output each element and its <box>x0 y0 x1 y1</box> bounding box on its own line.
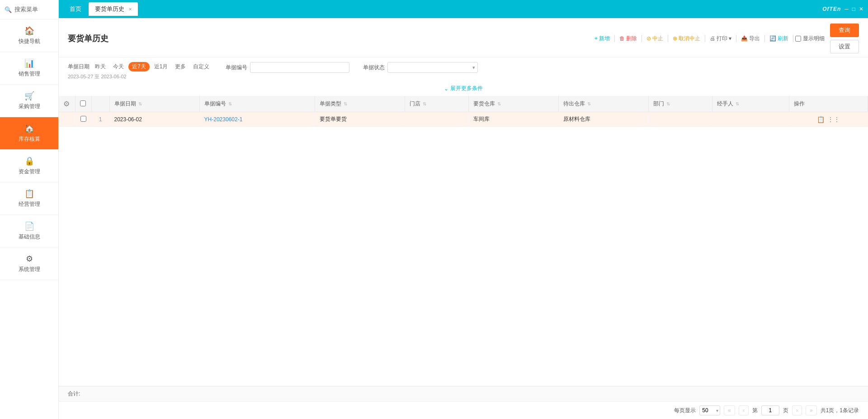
next-page-button[interactable]: › <box>792 405 802 415</box>
sort-icon-dept: ⇅ <box>666 101 670 106</box>
doc-no-label: 单据编号 <box>226 64 247 71</box>
col-req-warehouse[interactable]: 要货仓库 ⇅ <box>469 96 559 112</box>
date-shortcut-today[interactable]: 今天 <box>110 62 127 71</box>
select-all-checkbox[interactable] <box>80 100 86 106</box>
col-pending-warehouse-label: 待出仓库 <box>563 100 585 107</box>
stop-button[interactable]: ⊘ 中止 <box>644 33 666 44</box>
row-op-icons: 📋 ⋮⋮ <box>794 116 863 123</box>
date-shortcut-month1[interactable]: 近1月 <box>151 62 171 71</box>
date-shortcut-week7[interactable]: 近7天 <box>128 62 150 71</box>
display-detail-checkbox[interactable] <box>795 36 801 42</box>
date-shortcut-custom[interactable]: 自定义 <box>190 62 212 71</box>
row-delete-icon[interactable]: ⋮⋮ <box>827 116 840 123</box>
doc-no-link[interactable]: YH-20230602-1 <box>204 116 243 123</box>
row-checkbox[interactable] <box>80 116 86 122</box>
col-req-warehouse-label: 要货仓库 <box>473 100 495 107</box>
query-buttons: 查询 设置 <box>830 24 859 53</box>
last-page-button[interactable]: » <box>806 405 817 415</box>
export-button[interactable]: 📤 导出 <box>738 33 763 44</box>
sidebar-item-finance[interactable]: 🔒 资金管理 <box>0 150 58 182</box>
row-doc-type: 要货单要货 <box>315 112 405 127</box>
sidebar-item-label: 系统管理 <box>19 266 40 273</box>
sidebar-item-label: 快捷导航 <box>19 38 40 45</box>
row-doc-date: 2023-06-02 <box>109 112 199 127</box>
maximize-icon[interactable]: □ <box>852 6 855 12</box>
brand-label: OfTEn <box>822 6 841 12</box>
divider5 <box>736 35 736 42</box>
sidebar-item-basic[interactable]: 📄 基础信息 <box>0 215 58 248</box>
current-page-input[interactable] <box>761 405 779 415</box>
prev-page-button[interactable]: ‹ <box>739 405 749 415</box>
cancel-stop-button[interactable]: ⊗ 取消中止 <box>670 33 703 44</box>
date-range-text: 2023-05-27 至 2023-06-02 <box>68 73 212 80</box>
new-button[interactable]: + 新增 <box>592 33 613 44</box>
date-shortcut-yesterday[interactable]: 昨天 <box>92 62 108 71</box>
row-pending-warehouse: 原材料仓库 <box>559 112 649 127</box>
sidebar-item-system[interactable]: ⚙ 系统管理 <box>0 248 58 280</box>
page-title: 要货单历史 <box>68 33 108 44</box>
query-button[interactable]: 查询 <box>830 24 859 37</box>
row-department <box>648 112 712 127</box>
delete-button[interactable]: 🗑 删除 <box>617 33 640 44</box>
search-icon: 🔍 <box>5 6 12 13</box>
col-doc-no-label: 单据编号 <box>204 100 226 107</box>
row-num: 1 <box>91 112 109 127</box>
sidebar-item-quick-nav[interactable]: 🏠 快捷导航 <box>0 19 58 52</box>
date-shortcuts: 昨天 今天 近7天 近1月 更多 自定义 <box>92 62 212 71</box>
row-edit-icon[interactable]: 📋 <box>817 116 825 123</box>
sort-icon-req-wh: ⇅ <box>497 101 501 106</box>
total-info: 共1页，1条记录 <box>821 407 859 414</box>
table-header-row: ⚙ 单据日期 ⇅ 单据编号 ⇅ <box>59 96 868 112</box>
sidebar-item-operation[interactable]: 📋 经营管理 <box>0 182 58 215</box>
page-suffix: 页 <box>783 407 788 414</box>
topbar: 首页 要货单历史 × OfTEn ─ □ ✕ <box>59 0 868 18</box>
row-doc-no[interactable]: YH-20230602-1 <box>199 112 315 127</box>
export-icon: 📤 <box>741 35 748 42</box>
home-icon: 🏠 <box>24 26 34 36</box>
expand-more-arrow-icon: ⌄ <box>444 86 448 92</box>
col-doc-no[interactable]: 单据编号 ⇅ <box>199 96 315 112</box>
col-num <box>91 96 109 112</box>
status-select[interactable] <box>387 62 478 73</box>
divider1 <box>614 35 615 42</box>
sidebar-item-sales[interactable]: 📊 销售管理 <box>0 52 58 85</box>
date-filter-label: 单据日期 <box>68 63 90 71</box>
tab-home[interactable]: 首页 <box>63 2 88 16</box>
sidebar-item-label: 经营管理 <box>19 200 40 208</box>
settings-button[interactable]: 设置 <box>830 40 859 53</box>
col-store[interactable]: 门店 ⇅ <box>405 96 469 112</box>
clipboard-icon: 📋 <box>24 189 34 199</box>
col-doc-date[interactable]: 单据日期 ⇅ <box>109 96 199 112</box>
col-department[interactable]: 部门 ⇅ <box>648 96 712 112</box>
sidebar-item-inventory[interactable]: 🏠 库存核算 <box>0 117 58 150</box>
sidebar-search-label: 搜索菜单 <box>14 5 38 14</box>
col-handler[interactable]: 经手人 ⇅ <box>712 96 789 112</box>
col-store-label: 门店 <box>410 100 420 107</box>
col-doc-type[interactable]: 单据类型 ⇅ <box>315 96 405 112</box>
close-icon[interactable]: ✕ <box>859 6 863 12</box>
date-shortcut-more[interactable]: 更多 <box>172 62 189 71</box>
print-arrow-icon: ▾ <box>729 35 731 42</box>
tab-history[interactable]: 要货单历史 × <box>89 2 138 16</box>
table-footer: 合计: <box>59 386 868 401</box>
display-detail-toggle[interactable]: 显示明细 <box>795 35 825 43</box>
sidebar-item-label: 库存核算 <box>19 135 40 143</box>
page-size-wrapper: 10 20 50 100 ▾ <box>699 405 720 415</box>
table-gear-icon[interactable]: ⚙ <box>63 100 70 108</box>
sidebar-item-purchase[interactable]: 🛒 采购管理 <box>0 85 58 117</box>
pagination: 每页显示 10 20 50 100 ▾ « ‹ 第 页 › » 共1页，1条记录 <box>59 401 868 419</box>
first-page-button[interactable]: « <box>724 405 735 415</box>
doc-no-input[interactable] <box>250 62 349 73</box>
refresh-button[interactable]: 🔄 刷新 <box>767 33 791 44</box>
main-area: 首页 要货单历史 × OfTEn ─ □ ✕ 要货单历史 + 新增 <box>59 0 868 419</box>
minimize-icon[interactable]: ─ <box>844 6 849 12</box>
sidebar-search[interactable]: 🔍 搜索菜单 <box>0 0 58 19</box>
sidebar: 🔍 搜索菜单 🏠 快捷导航 📊 销售管理 🛒 采购管理 🏠 库存核算 🔒 资金管… <box>0 0 59 419</box>
print-button[interactable]: 🖨 打印 ▾ <box>707 33 734 44</box>
page-size-select[interactable]: 10 20 50 100 <box>699 405 720 415</box>
delete-label: 删除 <box>626 35 637 43</box>
tab-close-icon[interactable]: × <box>129 6 132 12</box>
document-icon: 📄 <box>24 221 34 231</box>
expand-more-button[interactable]: ⌄ 展开更多条件 <box>444 82 483 93</box>
col-pending-warehouse[interactable]: 待出仓库 ⇅ <box>559 96 649 112</box>
